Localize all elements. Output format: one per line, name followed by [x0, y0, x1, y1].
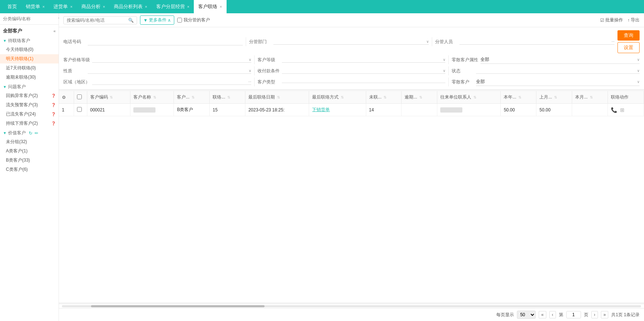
- divider-5: [254, 66, 255, 75]
- phone-field: 电话号码: [63, 38, 243, 45]
- payment-select[interactable]: ∨: [282, 68, 445, 74]
- help-abnormal-icon[interactable]: ❓: [51, 94, 56, 98]
- sidebar-body: 全部客户 « ▼ 待联络客户 今天待联络(0) 明天待联络(1) 近7天待联络(…: [0, 25, 59, 321]
- sort-uncontacted-icon[interactable]: ⇅: [384, 95, 386, 99]
- sort-this-year-icon[interactable]: ⇅: [518, 95, 521, 99]
- settings-button[interactable]: 设置: [617, 42, 640, 53]
- sort-contact-count-icon[interactable]: ⇅: [227, 95, 230, 99]
- next-page-button[interactable]: ›: [591, 311, 598, 318]
- triangle-problem-icon: ▼: [3, 85, 7, 89]
- nav-item-analysis-list[interactable]: 商品分析列表 ×: [109, 0, 151, 13]
- sort-overdue-icon[interactable]: ⇅: [419, 95, 422, 99]
- filter-row-4: 区域（地区） ··· 客户类型 零散客户: [63, 77, 640, 86]
- sidebar-search-input[interactable]: [3, 16, 58, 21]
- nav-item-sales[interactable]: 销货单 ×: [21, 0, 49, 13]
- customer-level-select[interactable]: ∨: [282, 57, 445, 63]
- export-icon: ↑: [627, 18, 630, 23]
- manager-select[interactable]: ···: [459, 39, 615, 45]
- nav-item-analysis[interactable]: 商品分析 ×: [77, 0, 109, 13]
- help-churn-warning-icon[interactable]: ❓: [51, 103, 56, 107]
- retail-customer-select[interactable]: 全部 ∨: [476, 78, 640, 86]
- divider-3: [254, 55, 255, 64]
- row-checkbox[interactable]: [77, 107, 82, 112]
- sort-last-method-icon[interactable]: ⇅: [341, 95, 344, 99]
- settings-col-icon[interactable]: ⚙: [62, 95, 66, 100]
- sort-last-date-icon[interactable]: ⇅: [277, 95, 280, 99]
- sort-last-month-icon[interactable]: ⇅: [554, 95, 557, 99]
- sidebar-item-tomorrow[interactable]: 明天待联络(1): [0, 54, 59, 63]
- td-last-method: 下销货单: [309, 104, 366, 116]
- nav-item-customer-contact[interactable]: 客户联络 ×: [194, 0, 226, 13]
- gender-label: 性质: [63, 68, 85, 74]
- sidebar-item-class-a[interactable]: A类客户(1): [0, 146, 59, 156]
- scroll-thumb[interactable]: [91, 305, 265, 307]
- my-customers-checkbox-container[interactable]: 我分管的客户: [177, 17, 210, 23]
- sidebar-item-churn-warning[interactable]: 流失预警客户(3) ❓: [0, 100, 59, 110]
- close-analysis-list-icon[interactable]: ×: [145, 4, 147, 9]
- sidebar-item-7days[interactable]: 近7天待联络(0): [0, 63, 59, 73]
- table-footer: 每页显示 50 20 100 « ‹ 第 页 › » 共1页 1条记录: [59, 308, 644, 321]
- td-code: 000021: [87, 104, 130, 116]
- td-row-checkbox: [74, 104, 87, 116]
- td-contact-count: 15: [210, 104, 245, 116]
- customer-name-blurred: Ea: [133, 107, 155, 113]
- nav-item-customer-tier[interactable]: 客户分层经营 ×: [152, 0, 194, 13]
- close-contact-icon[interactable]: ×: [220, 4, 222, 9]
- edit-value-icon[interactable]: ✏: [35, 131, 38, 136]
- sort-this-month-icon[interactable]: ⇅: [590, 95, 593, 99]
- price-level-select[interactable]: ∨: [92, 57, 251, 63]
- sidebar-item-declining[interactable]: 持续下滑客户(2) ❓: [0, 119, 59, 128]
- close-sales-icon[interactable]: ×: [42, 4, 45, 9]
- close-tier-icon[interactable]: ×: [187, 4, 189, 9]
- retail-attr-select[interactable]: 全部 ∨: [480, 56, 640, 64]
- customer-type-select[interactable]: [282, 81, 445, 83]
- horizontal-scrollbar[interactable]: [59, 304, 644, 308]
- sort-code-icon[interactable]: ⇅: [110, 95, 113, 99]
- refresh-value-icon[interactable]: ↻: [29, 131, 32, 136]
- sidebar-item-class-c[interactable]: C类客户(6): [0, 165, 59, 174]
- last-page-button[interactable]: »: [601, 311, 609, 318]
- page-size-select[interactable]: 50 20 100: [517, 311, 536, 319]
- batch-op-button[interactable]: ☑ 批量操作: [600, 17, 623, 23]
- query-button[interactable]: 查询: [617, 30, 640, 41]
- divider-8: [448, 77, 449, 86]
- nav-item-home[interactable]: 首页: [3, 0, 21, 13]
- gender-select[interactable]: ∨: [88, 68, 251, 74]
- page-number-input[interactable]: [566, 311, 581, 318]
- select-all-checkbox[interactable]: [77, 94, 82, 99]
- help-declining-icon[interactable]: ❓: [51, 121, 56, 125]
- sort-unit-contact-icon[interactable]: ⇅: [473, 95, 476, 99]
- sort-name-icon[interactable]: ⇅: [153, 95, 156, 99]
- sidebar-item-churned[interactable]: 已流失客户(24) ❓: [0, 110, 59, 119]
- pending-contact-group: ▼ 待联络客户: [0, 36, 59, 45]
- phone-input[interactable]: [88, 38, 243, 45]
- more-filter-button[interactable]: ▼ 更多条件 ∧: [140, 15, 174, 25]
- last-method-link[interactable]: 下销货单: [312, 107, 330, 112]
- sidebar-item-overdue[interactable]: 逾期未联络(30): [0, 73, 59, 82]
- collapse-all-icon[interactable]: «: [53, 29, 56, 33]
- dept-select[interactable]: ∨: [273, 39, 428, 45]
- status-select[interactable]: ∨: [476, 68, 640, 74]
- sidebar-item-abnormal[interactable]: 回购异常客户(2) ❓: [0, 91, 59, 100]
- sidebar-item-ungrouped[interactable]: 未分组(32): [0, 137, 59, 146]
- phone-action-icon[interactable]: 📞: [611, 107, 617, 113]
- help-churned-icon[interactable]: ❓: [51, 112, 56, 116]
- nav-item-purchase[interactable]: 进货单 ×: [49, 0, 77, 13]
- my-customers-checkbox[interactable]: [177, 18, 182, 23]
- sidebar-item-class-b[interactable]: B类客户(33): [0, 156, 59, 165]
- manager-label: 分管人员: [435, 39, 457, 45]
- export-button[interactable]: ↑ 导出: [627, 17, 640, 23]
- close-purchase-icon[interactable]: ×: [70, 4, 72, 9]
- payment-label: 收付款条件: [258, 68, 280, 74]
- sidebar-item-today[interactable]: 今天待联络(0): [0, 45, 59, 54]
- prev-page-button[interactable]: ‹: [549, 311, 556, 318]
- td-last-date: 2023-05-23 18:25:: [245, 104, 309, 116]
- filter-row-1: 电话号码 分管部门 ∨ 分管人员 ···: [63, 30, 640, 53]
- sort-type-icon[interactable]: ⇅: [192, 95, 195, 99]
- search-input[interactable]: [67, 18, 128, 23]
- first-page-button[interactable]: «: [539, 311, 546, 318]
- grid-action-icon[interactable]: ⊞: [620, 107, 624, 113]
- area-select[interactable]: ···: [92, 79, 251, 85]
- close-analysis-icon[interactable]: ×: [103, 4, 105, 9]
- toolbar-search-icon[interactable]: 🔍: [128, 18, 134, 23]
